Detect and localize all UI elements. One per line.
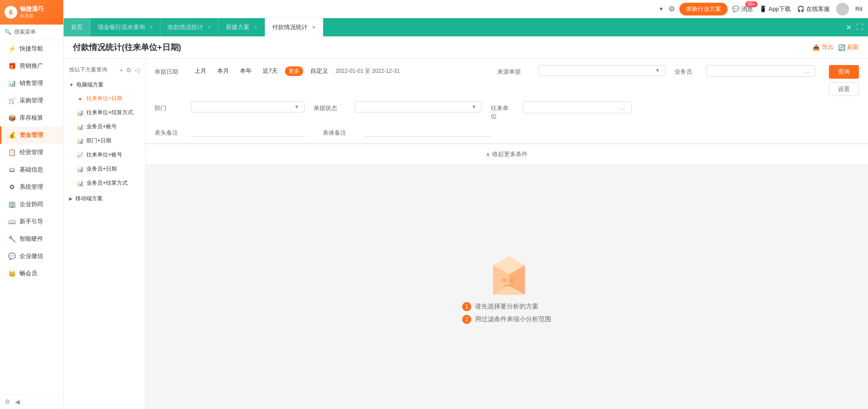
sidebar-item-sales[interactable]: 📊 销售管理 <box>0 75 63 92</box>
sidebar-item-wechat-label: 企业微信 <box>20 252 43 260</box>
sidebar-item-enterprise[interactable]: 🏢 企业协同 <box>0 196 63 213</box>
hint-num-1: 1 <box>462 302 471 311</box>
dept-select[interactable]: ▼ <box>191 101 304 112</box>
page-title: 付款情况统计(往来单位+日期) <box>73 42 813 53</box>
tab-win-btns: ✕ ⛶ <box>841 18 868 36</box>
system-icon: ⚙ <box>8 183 16 191</box>
date-btn-more[interactable]: 更多 <box>285 66 303 76</box>
breadcrumb-chevron-icon[interactable]: ▼ <box>658 6 664 12</box>
hint-text-2: 用过滤条件来缩小分析范围 <box>475 315 551 323</box>
tab-new-scheme-close-icon[interactable]: × <box>254 24 257 30</box>
search-menu[interactable]: 🔍 搜索菜单 <box>0 25 63 40</box>
sidebar-item-marketing[interactable]: 🎁 营销推广 <box>0 57 63 75</box>
avatar <box>836 3 849 15</box>
tab-home[interactable]: 首页 <box>64 18 90 36</box>
right-area: 单据日期 上月 本月 本年 近7天 更多 自定义 2022-01-01 至 20… <box>145 59 868 409</box>
export-btn[interactable]: 📤 导出 <box>813 43 833 51</box>
staff-dots-icon[interactable]: … <box>803 67 810 75</box>
window-expand-icon[interactable]: ⛶ <box>856 23 863 31</box>
date-range-value: 2022-01-01 至 2022-12-31 <box>335 67 399 75</box>
date-btn-custom[interactable]: 自定义 <box>307 65 332 77</box>
sidebar-item-quick-nav[interactable]: ⚡ 快捷导航 <box>0 40 63 57</box>
sidebar-settings-btn[interactable]: ⚙ <box>5 398 10 405</box>
topbar-gear-icon[interactable]: ⚙ <box>668 5 675 13</box>
date-btn-this-month[interactable]: 本月 <box>214 65 233 77</box>
online-service-btn[interactable]: 🎧 在线客服 <box>797 5 830 13</box>
sidebar-item-basics[interactable]: 🗂 基础信息 <box>0 161 63 178</box>
tab-bank-flow[interactable]: 现金银行流水查询 × <box>90 18 160 36</box>
tab-payment-stats-close-icon[interactable]: × <box>312 24 315 30</box>
scheme-header-icons: + ⚙ ◁ <box>120 66 140 74</box>
scheme-item-staff-settle[interactable]: 📊 业务员+结算方式 <box>64 176 145 190</box>
trial-btn[interactable]: 体验行业方案 <box>679 3 728 15</box>
scheme-header-title: 按以下方案查询 <box>69 66 117 74</box>
sidebar-item-wechat[interactable]: 💬 企业微信 <box>0 247 63 265</box>
scheme-section-desktop-title[interactable]: ▼ 电脑端方案 <box>64 78 145 91</box>
collapse-more-btn[interactable]: ∧ 收起更多条件 <box>479 148 534 161</box>
date-btn-last-month[interactable]: 上月 <box>191 65 210 77</box>
hardware-icon: 🔧 <box>8 235 16 243</box>
sidebar-item-system[interactable]: ⚙ 系统管理 <box>0 178 63 196</box>
scheme-item-staff-account-label: 业务员+账号 <box>86 123 117 131</box>
sidebar-collapse-btn[interactable]: ◀ <box>15 398 20 405</box>
scheme-item-unit-date[interactable]: ● 往来单位+日期 <box>64 91 145 106</box>
header-note-input[interactable] <box>191 126 304 137</box>
app-download-btn[interactable]: 📱 App下载 <box>759 5 791 13</box>
query-btn[interactable]: 查询 <box>829 65 859 79</box>
scheme-section-mobile-title[interactable]: ▶ 移动端方案 <box>64 192 145 205</box>
sidebar-item-guide[interactable]: 📖 新手引导 <box>0 213 63 230</box>
staff-select[interactable]: … <box>706 65 815 77</box>
operations-icon: 📋 <box>8 148 16 157</box>
scheme-collapse-btn[interactable]: ◁ <box>135 66 140 74</box>
tab-new-scheme[interactable]: 新建方案 × <box>219 18 265 36</box>
sidebar-item-guide-label: 新手引导 <box>20 217 43 226</box>
empty-svg-icon <box>484 249 539 299</box>
source-bill-select[interactable]: ▼ <box>538 65 665 76</box>
body-note-input[interactable] <box>364 126 491 137</box>
tab-bank-flow-close-icon[interactable]: × <box>150 24 153 30</box>
logo-text-block: 畅捷通巧 标准版 <box>20 5 44 19</box>
scheme-item-dept-date[interactable]: 📊 部门+日期 <box>64 134 145 148</box>
scheme-item-staff-date-icon: 📊 <box>76 166 84 173</box>
empty-hint-2: 2 用过滤条件来缩小分析范围 <box>462 315 551 324</box>
scheme-item-unit-account[interactable]: 📈 往来单位+账号 <box>64 148 145 162</box>
counterpart-select[interactable]: … <box>523 101 632 113</box>
collapse-icon: ∧ <box>486 151 490 158</box>
tab-payment-stats[interactable]: 付款情况统计 × <box>265 18 323 36</box>
refresh-label: 刷新 <box>847 43 859 51</box>
tab-new-scheme-label: 新建方案 <box>226 23 249 31</box>
refresh-btn[interactable]: 🔄 刷新 <box>838 43 859 51</box>
sidebar-item-member[interactable]: 👑 畅会员 <box>0 265 63 282</box>
sidebar-item-inventory[interactable]: 📦 库存核算 <box>0 109 63 126</box>
scheme-item-staff-account[interactable]: 📊 业务员+账号 <box>64 120 145 134</box>
tab-receipt-stats-close-icon[interactable]: × <box>208 24 211 30</box>
sidebar-item-purchase-label: 采购管理 <box>20 96 43 105</box>
filter-area: 单据日期 上月 本月 本年 近7天 更多 自定义 2022-01-01 至 20… <box>145 59 868 144</box>
scheme-item-dept-date-label: 部门+日期 <box>86 137 111 145</box>
bill-status-select[interactable]: ▼ <box>354 101 482 112</box>
tab-receipt-stats[interactable]: 收款情况统计 × <box>160 18 219 36</box>
sidebar-item-enterprise-label: 企业协同 <box>20 200 43 208</box>
counterpart-dots-icon[interactable]: … <box>619 104 627 111</box>
sidebar-header: 6 畅捷通巧 标准版 <box>0 0 63 25</box>
window-close-icon[interactable]: ✕ <box>846 23 852 32</box>
sidebar-item-operations[interactable]: 📋 经营管理 <box>0 144 63 161</box>
scheme-add-btn[interactable]: + <box>120 66 123 74</box>
sidebar-item-hardware[interactable]: 🔧 智能硬件 <box>0 230 63 247</box>
purchase-icon: 🛒 <box>8 96 16 105</box>
empty-hint-1: 1 请先选择要分析的方案 <box>462 302 551 311</box>
scheme-settings-btn[interactable]: ⚙ <box>126 66 132 74</box>
sidebar-item-purchase[interactable]: 🛒 采购管理 <box>0 92 63 109</box>
messages-btn[interactable]: 💬 消息 99+ <box>732 5 753 13</box>
scheme-item-unit-account-icon: 📈 <box>76 151 84 159</box>
content-body: 按以下方案查询 + ⚙ ◁ ▼ 电脑端方案 ● 往来单位+日期 <box>64 59 868 409</box>
scheme-item-staff-date[interactable]: 📊 业务员+日期 <box>64 162 145 176</box>
date-btn-this-year[interactable]: 本年 <box>236 65 255 77</box>
scheme-item-unit-settle[interactable]: 📊 往来单位+结算方式 <box>64 106 145 120</box>
settings-btn[interactable]: 设置 <box>829 82 859 96</box>
source-bill-label: 来源单据 <box>497 65 529 76</box>
date-btn-last-7[interactable]: 近7天 <box>259 65 281 77</box>
sidebar-item-finance[interactable]: 💰 资金管理 <box>0 126 63 144</box>
collapse-bar: ∧ 收起更多条件 <box>145 144 868 164</box>
main-area: ▼ ⚙ 体验行业方案 💬 消息 99+ 📱 App下载 🎧 在线客服 Rit 首… <box>64 0 868 409</box>
